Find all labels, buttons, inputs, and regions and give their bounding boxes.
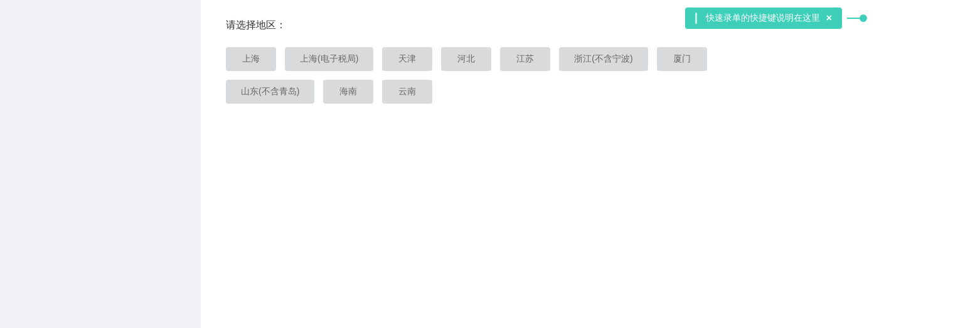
tooltip-container: 快速录单的快捷键说明在这里 × (685, 8, 867, 29)
region-btn-zhejiang[interactable]: 浙江(不含宁波) (559, 47, 647, 71)
region-btn-shandong[interactable]: 山东(不含青岛) (226, 80, 314, 104)
region-btn-jiangsu[interactable]: 江苏 (500, 47, 550, 71)
tooltip-close-button[interactable]: × (826, 13, 832, 24)
region-btn-yunnan[interactable]: 云南 (382, 80, 432, 104)
region-row-2: 山东(不含青岛) 海南 云南 (226, 80, 955, 104)
region-btn-shanghai[interactable]: 上海 (226, 47, 276, 71)
tooltip-line (847, 18, 860, 19)
region-btn-tianjin[interactable]: 天津 (382, 47, 432, 71)
region-btn-shanghai-etax[interactable]: 上海(电子税局) (285, 47, 373, 71)
region-btn-hainan[interactable]: 海南 (323, 80, 373, 104)
tooltip-badge: 快速录单的快捷键说明在这里 × (685, 8, 842, 29)
region-btn-xiamen[interactable]: 厦门 (657, 47, 707, 71)
region-btn-hebei[interactable]: 河北 (441, 47, 491, 71)
sidebar (0, 0, 201, 328)
region-row-1: 上海 上海(电子税局) 天津 河北 江苏 浙江(不含宁波) 厦门 (226, 47, 955, 71)
main-content: 快速录单的快捷键说明在这里 × 请选择地区： 上海 上海(电子税局) 天津 河北… (201, 0, 980, 328)
tooltip-dot (860, 14, 867, 22)
tooltip-text: 快速录单的快捷键说明在这里 (706, 13, 820, 24)
